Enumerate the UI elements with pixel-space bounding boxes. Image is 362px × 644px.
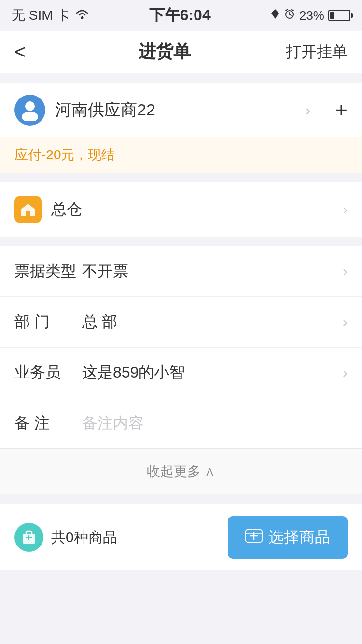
nav-bar: < 进货单 打开挂单 [0,31,362,73]
department-chevron-icon: › [343,314,348,330]
notes-row[interactable]: 备 注 备注内容 [0,398,362,448]
alarm-icon [284,8,295,23]
location-icon [270,8,280,23]
mid-divider-2 [0,237,362,246]
top-divider [0,73,362,83]
warehouse-chevron-icon: › [343,201,348,218]
notes-placeholder: 备注内容 [77,413,348,434]
svg-rect-4 [26,211,30,216]
page-title: 进货单 [139,40,191,64]
vertical-divider [325,96,325,125]
status-left: 无 SIM 卡 [12,6,89,25]
bottom-divider [0,494,362,504]
invoice-type-chevron-icon: › [343,263,348,280]
status-bar: 无 SIM 卡 下午6:04 23% [0,0,362,31]
svg-point-2 [25,101,35,111]
status-right: 23% [270,8,350,23]
svg-point-3 [22,112,38,121]
page-background [0,570,362,644]
warehouse-label: 总仓 [51,199,343,220]
notice-banner: 应付-20元，现结 [0,137,362,173]
status-time: 下午6:04 [149,5,211,26]
salesperson-label: 业务员 [14,362,77,383]
add-supplier-button[interactable]: + [335,99,348,121]
carrier-text: 无 SIM 卡 [12,6,70,25]
product-count: 共0种商品 [51,528,228,547]
svg-point-0 [81,17,84,19]
warehouse-row[interactable]: 总仓 › [0,182,362,237]
supplier-section: 河南供应商22 › + 应付-20元，现结 [0,83,362,173]
collapse-button[interactable]: 收起更多 ∧ [0,448,362,494]
invoice-type-row[interactable]: 票据类型 不开票 › [0,246,362,297]
supplier-avatar [14,95,45,126]
invoice-type-value: 不开票 [77,261,343,282]
open-pending-button[interactable]: 打开挂单 [286,42,348,63]
supplier-row-right: › + [306,96,348,125]
form-section: 票据类型 不开票 › 部 门 总 部 › 业务员 这是859的小智 › 备 注 … [0,246,362,448]
select-product-icon [245,529,263,546]
product-icon [14,523,43,552]
salesperson-row[interactable]: 业务员 这是859的小智 › [0,348,362,398]
salesperson-chevron-icon: › [343,364,348,381]
warehouse-section: 总仓 › [0,182,362,237]
department-value: 总 部 [77,311,343,333]
supplier-chevron-icon: › [306,101,311,119]
bottom-bar: 共0种商品 选择商品 [0,504,362,570]
battery-percentage: 23% [299,8,324,23]
mid-divider-1 [0,173,362,182]
department-row[interactable]: 部 门 总 部 › [0,297,362,348]
battery-icon [328,10,350,21]
select-product-button[interactable]: 选择商品 [228,516,348,559]
notes-label: 备 注 [14,413,77,434]
salesperson-value: 这是859的小智 [77,362,343,383]
select-product-label: 选择商品 [268,527,330,548]
supplier-row[interactable]: 河南供应商22 › + [0,83,362,137]
warehouse-icon [14,196,42,223]
supplier-name: 河南供应商22 [55,99,306,121]
wifi-icon [75,8,89,23]
back-button[interactable]: < [14,41,43,63]
department-label: 部 门 [14,311,77,333]
invoice-type-label: 票据类型 [14,261,77,282]
